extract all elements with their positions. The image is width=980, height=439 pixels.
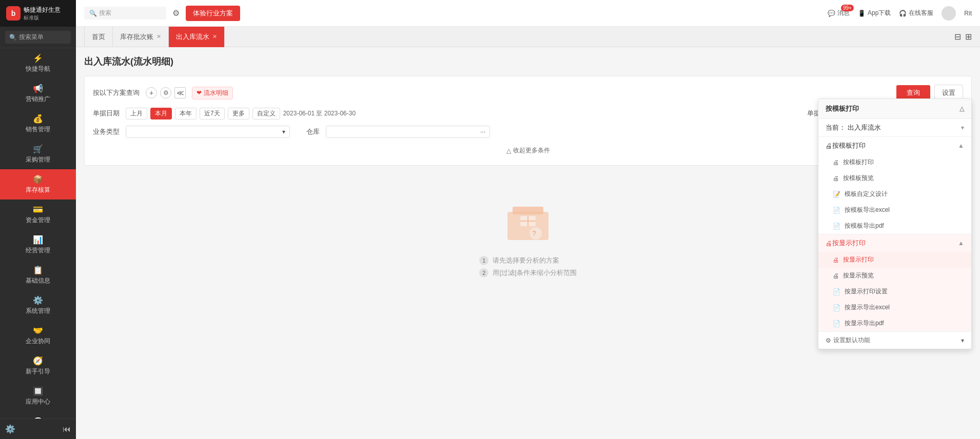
phone-icon: 📱 bbox=[858, 10, 866, 17]
username-label[interactable]: Rit bbox=[964, 10, 972, 17]
dropdown-template-pdf[interactable]: 📄 按模板导出pdf bbox=[818, 218, 971, 234]
date-btn-last-7days[interactable]: 近7天 bbox=[200, 108, 225, 119]
warehouse-label: 仓库 bbox=[306, 127, 320, 136]
sidebar-item-purchase[interactable]: 🛒 采购管理 bbox=[0, 139, 76, 169]
warehouse-more-icon[interactable]: ··· bbox=[480, 128, 485, 135]
tab-flow[interactable]: 出入库流水 ✕ bbox=[169, 27, 225, 47]
page-title: 出入库流水(流水明细) bbox=[84, 55, 972, 68]
dropdown-chevron-up[interactable]: △ bbox=[959, 105, 964, 112]
empty-steps: 1 请先选择要分析的方案 2 用[过滤]条件来缩小分析范围 bbox=[479, 256, 576, 277]
sidebar-item-inventory[interactable]: 📦 库存核算 bbox=[0, 169, 76, 199]
sidebar-item-wechat[interactable]: 💬 企业微信 bbox=[0, 411, 76, 418]
sidebar-item-finance[interactable]: 💳 资金管理 bbox=[0, 199, 76, 230]
app-download-action[interactable]: 📱 App下载 bbox=[858, 9, 891, 17]
settings-gear-icon[interactable]: ⚙️ bbox=[5, 424, 15, 434]
date-btn-this-month[interactable]: 本月 bbox=[150, 108, 172, 119]
template-section-header[interactable]: 🖨 按模板打印 ▲ bbox=[818, 137, 971, 154]
dropdown-template-excel[interactable]: 📄 按模板导出excel bbox=[818, 202, 971, 218]
date-btn-last-month[interactable]: 上月 bbox=[126, 108, 147, 119]
display-settings-icon: 📄 bbox=[833, 288, 840, 295]
tab-batch-close[interactable]: ✕ bbox=[156, 33, 161, 40]
sidebar-item-sales[interactable]: 💰 销售管理 bbox=[0, 109, 76, 139]
sidebar-search-trigger[interactable]: 🔍 搜索菜单 bbox=[5, 31, 71, 44]
dropdown-header: 按模板打印 △ bbox=[818, 99, 971, 119]
dropdown-display-print[interactable]: 🖨 按显示打印 bbox=[818, 252, 971, 268]
display-print-icon: 🖨 bbox=[833, 256, 839, 264]
sidebar-search-area[interactable]: 🔍 搜索菜单 bbox=[0, 27, 76, 48]
message-action[interactable]: 💬 消息 99+ bbox=[828, 9, 850, 17]
dropdown-current-header[interactable]: 当前： 出入库流水 ▾ bbox=[818, 119, 971, 136]
sidebar-item-guide[interactable]: 🧭 新手引导 bbox=[0, 351, 76, 381]
warehouse-select[interactable]: ··· bbox=[326, 126, 490, 138]
sidebar-toggle-icon[interactable]: ⏮ bbox=[63, 425, 71, 434]
topbar: 🔍 搜索 ⚙ 体验行业方案 💬 消息 99+ 📱 App下载 🎧 在线客服 Ri… bbox=[76, 0, 980, 27]
dropdown-title: 按模板打印 bbox=[826, 104, 859, 113]
sidebar-item-enterprise[interactable]: 🤝 企业协同 bbox=[0, 321, 76, 351]
message-icon: 💬 bbox=[828, 10, 835, 17]
sidebar-item-system[interactable]: ⚙️ 系统管理 bbox=[0, 290, 76, 321]
guide-icon: 🧭 bbox=[33, 356, 43, 366]
tab-batch[interactable]: 库存批次账 ✕ bbox=[113, 27, 169, 47]
sidebar: b 畅捷通好生意 标准版 🔍 搜索菜单 ⚡ 快捷导航 📢 营销推广 💰 销售管理… bbox=[0, 0, 76, 439]
display-section-header[interactable]: 🖨 按显示打印 ▲ bbox=[818, 234, 971, 252]
filter-settings-btn[interactable]: ⚙ bbox=[160, 87, 171, 98]
sidebar-item-app-center[interactable]: 🔲 应用中心 bbox=[0, 381, 76, 411]
tab-maximize-icon[interactable]: ⊞ bbox=[965, 32, 972, 42]
quick-nav-icon: ⚡ bbox=[33, 53, 43, 63]
sidebar-item-basic[interactable]: 📋 基础信息 bbox=[0, 260, 76, 290]
filter-label: 按以下方案查询 bbox=[93, 88, 140, 97]
template-section-expand: ▲ bbox=[958, 142, 964, 149]
tab-home[interactable]: 首页 bbox=[84, 27, 113, 47]
finance-icon: 💳 bbox=[33, 205, 43, 214]
date-range-display: 2023-06-01 至 2023-06-30 bbox=[283, 109, 356, 118]
tab-minimize-icon[interactable]: ⊟ bbox=[954, 32, 961, 42]
dropdown-template-custom[interactable]: 📝 模板自定义设计 bbox=[818, 186, 971, 202]
current-prefix: 当前： bbox=[826, 124, 846, 131]
biz-type-select[interactable]: ▾ bbox=[126, 126, 290, 138]
sidebar-item-quick-nav[interactable]: ⚡ 快捷导航 bbox=[0, 48, 76, 78]
app-center-icon: 🔲 bbox=[33, 386, 43, 396]
current-value: 出入库流水 bbox=[848, 124, 881, 131]
dropdown-template-section: 🖨 按模板打印 ▲ 🖨 按模板打印 🖨 按模板预览 📝 模板自定义设计 bbox=[818, 137, 971, 234]
operations-icon: 📊 bbox=[33, 235, 43, 245]
template-preview-icon: 🖨 bbox=[833, 175, 839, 182]
display-section-expand: ▲ bbox=[958, 240, 964, 247]
dropdown-template-preview[interactable]: 🖨 按模板预览 bbox=[818, 170, 971, 186]
biz-type-dropdown-icon: ▾ bbox=[282, 128, 285, 135]
system-icon: ⚙️ bbox=[33, 295, 43, 305]
topbar-search[interactable]: 🔍 搜索 bbox=[84, 7, 166, 19]
display-preview-icon: 🖨 bbox=[833, 272, 839, 280]
dropdown-display-section: 🖨 按显示打印 ▲ 🖨 按显示打印 🖨 按显示预览 📄 按显示打印设置 bbox=[818, 234, 971, 332]
dropdown-display-excel[interactable]: 📄 按显示导出excel bbox=[818, 300, 971, 315]
date-btn-more[interactable]: 更多 bbox=[228, 108, 249, 119]
filter-add-btn[interactable]: + bbox=[146, 87, 157, 98]
filter-action-buttons: + ⚙ ≪ bbox=[146, 87, 186, 98]
step-num-2: 2 bbox=[479, 268, 488, 277]
user-avatar[interactable] bbox=[942, 6, 956, 21]
date-btn-this-year[interactable]: 本年 bbox=[175, 108, 197, 119]
step-num-1: 1 bbox=[479, 256, 488, 265]
sidebar-item-marketing[interactable]: 📢 营销推广 bbox=[0, 78, 76, 109]
tab-flow-close[interactable]: ✕ bbox=[212, 33, 217, 40]
dropdown-footer-default[interactable]: ⚙ 设置默认功能 ▾ bbox=[818, 332, 971, 349]
dropdown-current-section: 当前： 出入库流水 ▾ bbox=[818, 119, 971, 137]
filter-collapse-btn[interactable]: ≪ bbox=[174, 87, 186, 98]
dropdown-display-pdf[interactable]: 📄 按显示导出pdf bbox=[818, 315, 971, 331]
dropdown-template-print[interactable]: 🖨 按模板打印 bbox=[818, 154, 971, 170]
svg-text:?: ? bbox=[532, 229, 536, 237]
search-icon: 🔍 bbox=[9, 34, 17, 41]
purchase-icon: 🛒 bbox=[33, 144, 43, 154]
date-filter: 上月 本月 本年 近7天 更多 自定义 2023-06-01 至 2023-06… bbox=[126, 108, 791, 119]
dropdown-display-preview[interactable]: 🖨 按显示预览 bbox=[818, 268, 971, 284]
sales-icon: 💰 bbox=[33, 114, 43, 124]
dropdown-display-settings[interactable]: 📄 按显示打印设置 bbox=[818, 284, 971, 300]
trial-btn[interactable]: 体验行业方案 bbox=[186, 6, 240, 21]
sidebar-item-operations[interactable]: 📊 经营管理 bbox=[0, 230, 76, 260]
date-btn-custom[interactable]: 自定义 bbox=[252, 108, 280, 119]
date-filter-label: 单据日期 bbox=[93, 109, 120, 118]
empty-step-1: 1 请先选择要分析的方案 bbox=[479, 256, 576, 265]
online-service-action[interactable]: 🎧 在线客服 bbox=[899, 9, 933, 17]
dropdown-header-actions: △ bbox=[959, 105, 964, 112]
sidebar-nav: ⚡ 快捷导航 📢 营销推广 💰 销售管理 🛒 采购管理 📦 库存核算 💳 资金管… bbox=[0, 48, 76, 418]
topbar-gear-icon[interactable]: ⚙ bbox=[172, 8, 180, 18]
